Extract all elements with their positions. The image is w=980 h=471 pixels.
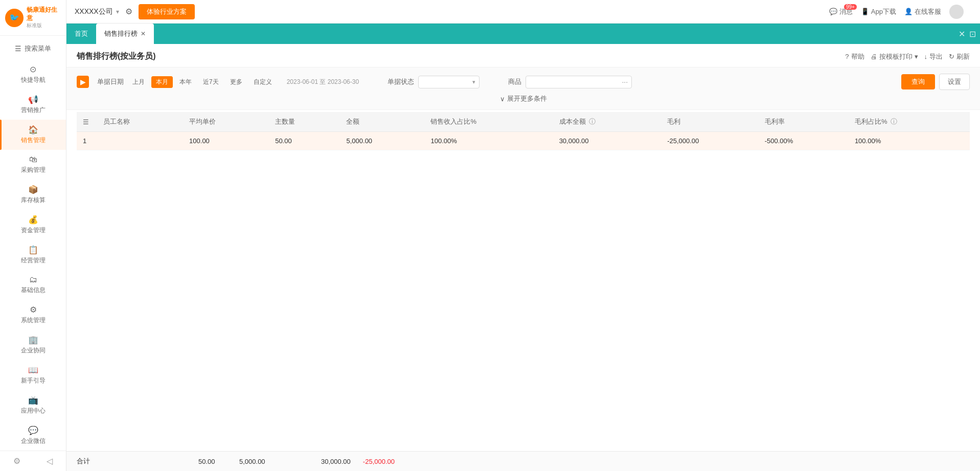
print-button[interactable]: 🖨 按模板打印 ▾	[871, 52, 918, 61]
sidebar-label-shortcut: 快捷导航	[21, 76, 45, 84]
sidebar-item-search[interactable]: ☰ 搜索菜单	[0, 38, 66, 59]
tab-close-window-icon[interactable]: ✕	[959, 29, 965, 39]
page-content: 销售排行榜(按业务员) ? 帮助 🖨 按模板打印 ▾ ↓ 导出 ↻ 刷新	[66, 44, 980, 471]
date-tab-custom[interactable]: 自定义	[249, 76, 277, 88]
goods-input[interactable]	[526, 76, 632, 88]
sidebar-item-marketing[interactable]: 📢 营销推广	[0, 89, 66, 120]
app-download-button[interactable]: 📱 App下载	[861, 7, 896, 16]
sidebar-item-guide[interactable]: 📖 新手引导	[0, 360, 66, 390]
sidebar-nav: ☰ 搜索菜单 ⊙ 快捷导航 📢 营销推广 🏠 销售管理 🛍 采购管理 📦 库存核…	[0, 36, 66, 451]
date-tab-this-year[interactable]: 本年	[175, 76, 196, 88]
sidebar-label-guide: 新手引导	[21, 376, 45, 385]
query-button[interactable]: 查询	[901, 74, 935, 89]
sidebar-item-enterprise[interactable]: 🏢 企业协同	[0, 330, 66, 360]
sidebar-item-basic[interactable]: 🗂 基础信息	[0, 270, 66, 300]
footer-gross-pct	[442, 458, 483, 465]
print-dropdown-icon: ▾	[915, 53, 918, 60]
system-icon: ⚙	[30, 305, 37, 315]
footer-qty: 50.00	[192, 458, 233, 465]
main-area: XXXXX公司 ▾ ⚙ 体验行业方案 💬 消息 99+ 📱 App下载 👤 在线…	[66, 0, 980, 471]
download-label: App下载	[871, 7, 896, 16]
gross-pct-info-icon[interactable]: ⓘ	[891, 118, 897, 125]
cell-gross: -25,000.00	[661, 132, 759, 150]
tabbar-actions: ✕ ⊡	[959, 29, 980, 39]
date-tab-this-month[interactable]: 本月	[151, 76, 173, 88]
date-tab-last-month[interactable]: 上月	[128, 76, 149, 88]
th-name: 员工名称	[97, 112, 183, 132]
basic-icon: 🗂	[29, 275, 37, 284]
sidebar-item-system[interactable]: ⚙ 系统管理	[0, 300, 66, 330]
page-title: 销售排行榜(按业务员)	[77, 51, 156, 62]
date-tab-7days[interactable]: 近7天	[198, 76, 223, 88]
goods-input-icon[interactable]: ···	[622, 78, 628, 86]
messages-button[interactable]: 💬 消息 99+	[829, 7, 853, 16]
table-header-row: ☰ 员工名称 平均单价 主数量 全额 销售收入占比% 成本全额 ⓘ 毛利 毛利率	[77, 112, 970, 132]
th-amount: 全额	[340, 112, 424, 132]
th-qty: 主数量	[269, 112, 340, 132]
th-cost: 成本全额 ⓘ	[553, 112, 661, 132]
footer-gross-rate	[401, 458, 442, 465]
cell-gross-pct: 100.00%	[849, 132, 970, 150]
message-badge: 99+	[844, 4, 857, 10]
sidebar-logo: 🐦 畅康通好生意 标准版	[0, 0, 66, 36]
refresh-button[interactable]: ↻ 刷新	[949, 52, 970, 61]
operations-icon: 📋	[28, 245, 38, 255]
trial-button[interactable]: 体验行业方案	[139, 4, 195, 19]
company-selector[interactable]: XXXXX公司 ▾	[75, 7, 119, 16]
date-range-text: 2023-06-01 至 2023-06-30	[287, 78, 359, 86]
sidebar-item-operations[interactable]: 📋 经营管理	[0, 240, 66, 270]
sidebar-item-inventory[interactable]: 📦 库存核算	[0, 180, 66, 210]
cell-avg-price: 100.00	[183, 132, 269, 150]
sidebar-collapse-icon[interactable]: ◁	[47, 456, 53, 466]
sidebar-label-purchase: 采购管理	[21, 166, 45, 174]
cost-info-icon[interactable]: ⓘ	[589, 118, 596, 125]
tabbar: 首页 销售排行榜 ✕ ✕ ⊡	[66, 24, 980, 44]
sidebar-label-apps: 应用中心	[21, 407, 45, 415]
app-name: 畅康通好生意	[27, 6, 61, 22]
sidebar-item-shortcut[interactable]: ⊙ 快捷导航	[0, 59, 66, 89]
cell-name	[97, 132, 183, 150]
tab-restore-icon[interactable]: ⊡	[969, 29, 976, 39]
date-tab-more[interactable]: 更多	[225, 76, 247, 88]
th-gross: 毛利	[661, 112, 759, 132]
status-select[interactable]	[418, 76, 480, 88]
tab-home[interactable]: 首页	[66, 24, 96, 44]
phone-icon: 📱	[861, 8, 869, 15]
marketing-icon: 📢	[28, 95, 38, 104]
tab-close-icon[interactable]: ✕	[141, 30, 146, 37]
sidebar-label-marketing: 营销推广	[21, 106, 45, 115]
cell-qty: 50.00	[269, 132, 340, 150]
sidebar-label-inventory: 库存核算	[21, 196, 45, 205]
enterprise-icon: 🏢	[28, 335, 38, 345]
settings-column-icon[interactable]: ☰	[83, 118, 89, 126]
cell-cost: 30,000.00	[553, 132, 661, 150]
expand-more-button[interactable]: ∨ 展开更多条件	[77, 94, 970, 103]
goods-input-wrap: ···	[526, 76, 632, 88]
topbar-settings-icon[interactable]: ⚙	[125, 7, 132, 16]
filter-toggle-button[interactable]: ▶	[77, 76, 89, 88]
footer-avg-price	[151, 458, 192, 465]
sidebar-item-sales[interactable]: 🏠 销售管理	[0, 120, 66, 150]
guide-icon: 📖	[28, 365, 38, 375]
online-service-button[interactable]: 👤 在线客服	[904, 7, 941, 16]
status-select-wrap	[418, 76, 480, 88]
sidebar-label-sales: 销售管理	[21, 136, 45, 145]
sidebar-item-apps[interactable]: 📺 应用中心	[0, 390, 66, 420]
sidebar-item-wechat[interactable]: 💬 企业微信	[0, 420, 66, 451]
sidebar-item-purchase[interactable]: 🛍 采购管理	[0, 150, 66, 180]
status-filter: 单据状态	[388, 76, 480, 88]
filter-area: ▶ 单据日期 上月 本月 本年 近7天 更多 自定义 2023-06-01 至	[66, 68, 980, 110]
export-button[interactable]: ↓ 导出	[924, 52, 943, 61]
sidebar-label-search: 搜索菜单	[25, 44, 51, 53]
footer-total-label: 合计	[77, 457, 90, 466]
goods-filter: 商品 ···	[508, 76, 632, 88]
help-button[interactable]: ? 帮助	[845, 52, 864, 61]
tab-sales-rank[interactable]: 销售排行榜 ✕	[96, 24, 154, 44]
sidebar-label-enterprise: 企业协同	[21, 346, 45, 355]
sidebar-item-finance[interactable]: 💰 资金管理	[0, 210, 66, 240]
date-filter-label: 单据日期	[97, 77, 124, 86]
filter-settings-button[interactable]: 设置	[939, 74, 970, 90]
sidebar-settings-icon[interactable]: ⚙	[13, 456, 20, 466]
user-avatar[interactable]	[949, 5, 964, 19]
page-header: 销售排行榜(按业务员) ? 帮助 🖨 按模板打印 ▾ ↓ 导出 ↻ 刷新	[66, 44, 980, 68]
